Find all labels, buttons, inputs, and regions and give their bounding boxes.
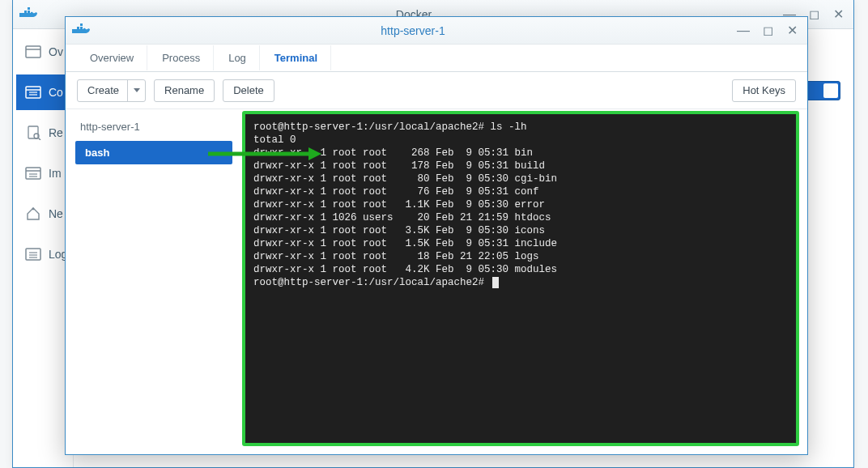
tab-log[interactable]: Log	[215, 45, 260, 70]
list-icon	[24, 247, 42, 262]
sidebar-item-label: Co	[49, 86, 63, 99]
session-label: bash	[85, 147, 109, 159]
tab-label: Terminal	[274, 52, 317, 64]
terminal-sessions-panel: http-server-1 bash	[66, 109, 242, 454]
container-window-title: http-server-1	[91, 24, 734, 37]
minimize-button[interactable]: —	[734, 22, 752, 40]
sidebar-item-label: Re	[49, 126, 63, 139]
create-button[interactable]: Create	[77, 79, 146, 102]
terminal-session-header: http-server-1	[75, 116, 232, 138]
rename-button[interactable]: Rename	[154, 79, 215, 102]
container-titlebar: http-server-1 — ◻ ✕	[66, 17, 807, 45]
hot-keys-button[interactable]: Hot Keys	[732, 79, 796, 102]
sidebar-item-overview[interactable]: Ov	[16, 34, 70, 70]
content-area: http-server-1 bash root@http-server-1:/u…	[66, 109, 807, 454]
close-button[interactable]: ✕	[829, 6, 847, 23]
button-label: Rename	[164, 84, 204, 96]
sidebar-item-container[interactable]: Co	[16, 74, 70, 110]
terminal-cursor	[492, 277, 499, 288]
sidebar-item-image[interactable]: Im	[16, 155, 70, 191]
sidebar-item-label: Im	[49, 167, 62, 180]
tab-bar: Overview Process Log Terminal	[66, 45, 807, 72]
sidebar-item-label: Ov	[49, 45, 63, 58]
svg-rect-20	[26, 249, 40, 260]
svg-rect-27	[77, 27, 79, 29]
terminal-output[interactable]: root@http-server-1:/usr/local/apache2# l…	[253, 121, 788, 289]
toolbar: Create Rename Delete Hot Keys	[66, 72, 807, 109]
terminal-session-bash[interactable]: bash	[75, 141, 232, 164]
search-icon	[24, 126, 42, 140]
container-icon	[24, 85, 42, 100]
svg-line-14	[39, 138, 41, 141]
svg-rect-3	[24, 11, 27, 13]
window-icon	[24, 45, 42, 59]
button-label: Hot Keys	[742, 84, 785, 96]
maximize-button[interactable]: ◻	[759, 22, 777, 40]
svg-rect-12	[28, 126, 38, 138]
svg-rect-29	[80, 23, 83, 26]
svg-rect-6	[26, 46, 40, 57]
svg-rect-15	[26, 168, 40, 179]
svg-point-19	[32, 208, 35, 211]
terminal-area: root@http-server-1:/usr/local/apache2# l…	[242, 109, 807, 454]
sidebar-item-network[interactable]: Ne	[16, 196, 70, 232]
sidebar-item-log[interactable]: Log	[16, 236, 70, 272]
tab-label: Overview	[90, 52, 134, 64]
tab-label: Log	[228, 52, 246, 64]
sidebar-item-label: Ne	[49, 207, 63, 220]
container-toggle[interactable]	[805, 81, 840, 100]
docker-logo-icon	[19, 7, 39, 22]
tab-terminal[interactable]: Terminal	[262, 45, 331, 70]
svg-rect-5	[28, 7, 30, 10]
svg-rect-28	[80, 27, 83, 29]
button-label: Create	[87, 84, 119, 96]
close-button[interactable]: ✕	[783, 22, 801, 40]
image-icon	[24, 166, 42, 181]
tab-label: Process	[162, 52, 200, 64]
tab-overview[interactable]: Overview	[77, 45, 147, 70]
house-icon	[24, 206, 42, 221]
chevron-down-icon[interactable]	[127, 80, 145, 101]
docker-logo-icon	[72, 23, 91, 38]
tab-process[interactable]: Process	[149, 45, 214, 70]
delete-button[interactable]: Delete	[223, 79, 274, 102]
button-label: Delete	[233, 84, 264, 96]
svg-rect-4	[28, 11, 30, 13]
terminal-highlight-box: root@http-server-1:/usr/local/apache2# l…	[242, 111, 799, 446]
container-detail-window: http-server-1 — ◻ ✕ Overview Process Log…	[65, 16, 808, 455]
sidebar-item-registry[interactable]: Re	[16, 115, 70, 151]
